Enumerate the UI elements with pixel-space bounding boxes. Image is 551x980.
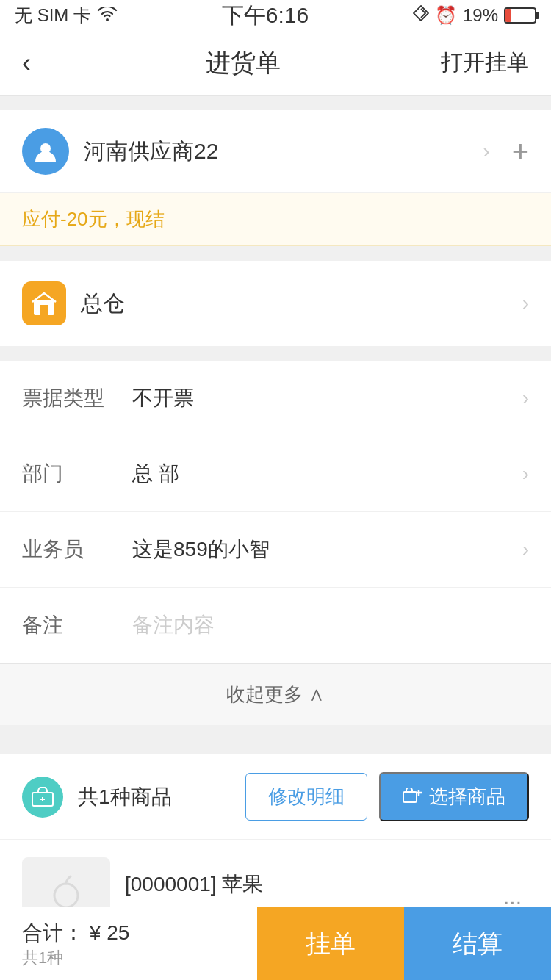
wifi-icon — [97, 5, 118, 26]
department-row[interactable]: 部门 总 部 › — [0, 436, 551, 512]
location-icon — [413, 5, 429, 26]
supplier-notice: 应付-20元，现结 — [0, 193, 551, 246]
back-button[interactable]: ‹ — [22, 40, 46, 86]
warehouse-chevron-icon: › — [522, 292, 529, 315]
products-count: 共1种商品 — [78, 783, 245, 811]
select-products-label: 选择商品 — [429, 784, 505, 810]
supplier-row[interactable]: 河南供应商22 › + — [0, 110, 551, 193]
bottom-total: 合计： ¥ 25 共1种 — [0, 907, 257, 980]
invoice-chevron-icon: › — [522, 386, 529, 410]
products-icon — [22, 777, 63, 818]
salesperson-chevron-icon: › — [522, 538, 529, 561]
section-gap-4 — [0, 725, 551, 740]
status-bar-left: 无 SIM 卡 — [15, 4, 118, 27]
collapse-toggle[interactable]: 收起更多 ∧ — [0, 663, 551, 725]
salesperson-value: 这是859的小智 — [118, 536, 522, 563]
invoice-type-row[interactable]: 票据类型 不开票 › — [0, 361, 551, 436]
warehouse-section: 总仓 › — [0, 261, 551, 346]
invoice-type-label: 票据类型 — [22, 384, 118, 412]
form-section: 票据类型 不开票 › 部门 总 部 › 业务员 这是859的小智 › 备注 备注… — [0, 361, 551, 725]
select-products-button[interactable]: 选择商品 — [379, 772, 529, 821]
svg-rect-2 — [40, 305, 48, 315]
add-button[interactable]: + — [512, 135, 529, 168]
edit-details-button[interactable]: 修改明细 — [245, 773, 367, 821]
products-header: 共1种商品 修改明细 选择商品 — [0, 754, 551, 840]
battery-icon — [504, 7, 536, 24]
salesperson-label: 业务员 — [22, 536, 118, 563]
section-gap-3 — [0, 346, 551, 361]
open-hang-button[interactable]: 打开挂单 — [441, 48, 529, 78]
warehouse-row[interactable]: 总仓 › — [0, 261, 551, 346]
page-title: 进货单 — [46, 46, 441, 80]
carrier-text: 无 SIM 卡 — [15, 4, 91, 27]
checkout-button[interactable]: 结算 — [404, 907, 551, 980]
section-gap-1 — [0, 96, 551, 110]
hang-button[interactable]: 挂单 — [257, 907, 404, 980]
department-label: 部门 — [22, 460, 118, 488]
supplier-name: 河南供应商22 — [84, 137, 483, 167]
bottom-bar: 合计： ¥ 25 共1种 挂单 结算 — [0, 907, 551, 980]
supplier-section: 河南供应商22 › + 应付-20元，现结 — [0, 110, 551, 246]
svg-point-9 — [54, 884, 78, 907]
status-bar: 无 SIM 卡 下午6:16 ⏰ 19% — [0, 0, 551, 31]
status-bar-time: 下午6:16 — [222, 1, 309, 31]
svg-rect-6 — [403, 792, 417, 802]
department-chevron-icon: › — [522, 462, 529, 486]
remark-label: 备注 — [22, 611, 118, 639]
invoice-type-value: 不开票 — [118, 384, 522, 412]
warehouse-name: 总仓 — [81, 289, 522, 319]
department-value: 总 部 — [118, 460, 522, 488]
nav-bar: ‹ 进货单 打开挂单 — [0, 31, 551, 96]
remark-row[interactable]: 备注 备注内容 — [0, 588, 551, 663]
product-name: [0000001] 苹果 — [125, 871, 496, 898]
collapse-label: 收起更多 ∧ — [226, 682, 324, 707]
total-amount: ¥ 25 — [90, 921, 130, 944]
total-label: 合计： — [22, 921, 84, 944]
section-gap-2 — [0, 246, 551, 261]
salesperson-row[interactable]: 业务员 这是859的小智 › — [0, 512, 551, 588]
battery-percent: 19% — [463, 5, 498, 26]
supplier-chevron-icon: › — [483, 140, 489, 163]
status-bar-right: ⏰ 19% — [413, 5, 536, 26]
remark-placeholder: 备注内容 — [118, 611, 529, 639]
warehouse-icon — [22, 281, 66, 325]
total-row: 合计： ¥ 25 — [22, 919, 235, 947]
supplier-avatar — [22, 128, 69, 175]
total-sub: 共1种 — [22, 947, 235, 969]
alarm-icon: ⏰ — [435, 5, 457, 26]
